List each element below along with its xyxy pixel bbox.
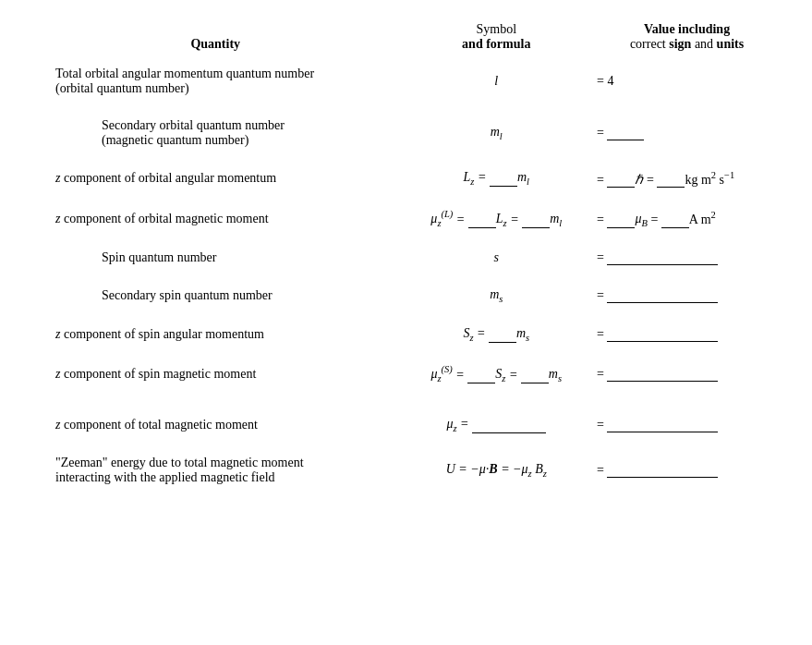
row-z-orbital-magnetic: z component of orbital magnetic moment μ… <box>28 204 784 234</box>
value-z-orbital-magnetic: = μB = A m2 <box>589 204 784 234</box>
row-spin-quantum: Spin quantum number s = <box>28 245 784 271</box>
quantity-spin-quantum: Spin quantum number <box>28 245 403 271</box>
quantity-zeeman-energy: "Zeeman" energy due to total magnetic mo… <box>28 450 403 491</box>
symbol-zeeman-energy: U = −μ·B = −μz Bz <box>403 450 589 491</box>
row-z-spin-momentum: z component of spin angular momentum Sz … <box>28 321 784 348</box>
value-z-orbital-momentum: = ℏ = kg m2 s−1 <box>589 164 784 193</box>
symbol-secondary-orbital: ml <box>403 113 589 153</box>
row-zeeman-energy: "Zeeman" energy due to total magnetic mo… <box>28 450 784 491</box>
quantity-z-spin-magnetic: z component of spin magnetic moment <box>28 359 403 389</box>
quantity-z-orbital-magnetic: z component of orbital magnetic moment <box>28 204 403 234</box>
header-value: Value including correct sign and units <box>589 18 784 61</box>
quantity-z-orbital-momentum: z component of orbital angular momentum <box>28 164 403 193</box>
value-spin-quantum: = <box>589 245 784 271</box>
symbol-z-orbital-momentum: Lz = ml <box>403 164 589 193</box>
row-z-orbital-momentum: z component of orbital angular momentum … <box>28 164 784 193</box>
symbol-spin-quantum: s <box>403 245 589 271</box>
symbol-z-total-magnetic: μz = <box>403 411 589 439</box>
symbol-secondary-spin: ms <box>403 282 589 310</box>
value-zeeman-energy: = <box>589 450 784 491</box>
symbol-total-orbital: l <box>403 61 589 102</box>
row-secondary-spin: Secondary spin quantum number ms = <box>28 282 784 310</box>
row-z-total-magnetic: z component of total magnetic moment μz … <box>28 411 784 439</box>
quantity-z-total-magnetic: z component of total magnetic moment <box>28 411 403 439</box>
header-quantity: Quantity <box>28 18 403 61</box>
quantity-secondary-spin: Secondary spin quantum number <box>28 282 403 310</box>
row-z-spin-magnetic: z component of spin magnetic moment μz(S… <box>28 359 784 389</box>
quantity-z-spin-momentum: z component of spin angular momentum <box>28 321 403 348</box>
row-total-orbital: Total orbital angular momentum quantum n… <box>28 61 784 102</box>
symbol-z-orbital-magnetic: μz(L) = Lz = ml <box>403 204 589 234</box>
header-symbol: Symbol and formula <box>403 18 589 61</box>
value-secondary-spin: = <box>589 282 784 310</box>
symbol-z-spin-magnetic: μz(S) = Sz = ms <box>403 359 589 389</box>
row-secondary-orbital: Secondary orbital quantum number(magneti… <box>28 113 784 153</box>
symbol-z-spin-momentum: Sz = ms <box>403 321 589 348</box>
quantity-secondary-orbital: Secondary orbital quantum number(magneti… <box>28 113 403 153</box>
physics-table: Quantity Symbol and formula Value includ… <box>28 18 784 491</box>
value-z-total-magnetic: = <box>589 411 784 439</box>
quantity-total-orbital: Total orbital angular momentum quantum n… <box>28 61 403 102</box>
value-secondary-orbital: = <box>589 113 784 153</box>
value-z-spin-momentum: = <box>589 321 784 348</box>
value-z-spin-magnetic: = <box>589 359 784 389</box>
value-total-orbital: = 4 <box>589 61 784 102</box>
